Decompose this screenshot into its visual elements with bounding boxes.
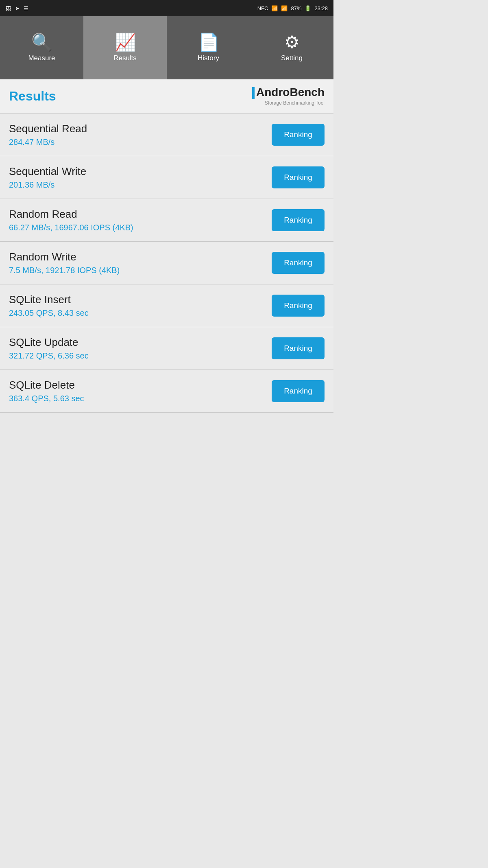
time-label: 23:28 — [314, 5, 328, 11]
status-right-info: NFC 📶 📶 87% 🔋 23:28 — [257, 5, 328, 11]
tab-setting[interactable]: ⚙ Setting — [250, 16, 333, 79]
result-name-rand-read: Random Read — [9, 208, 133, 221]
result-info-seq-read: Sequential Read 284.47 MB/s — [9, 122, 87, 147]
signal-icon: 📶 — [281, 5, 288, 11]
result-row-rand-write: Random Write 7.5 MB/s, 1921.78 IOPS (4KB… — [0, 242, 333, 284]
ranking-button-seq-read[interactable]: Ranking — [272, 124, 325, 146]
status-bar: 🖼 ➤ ☰ NFC 📶 📶 87% 🔋 23:28 — [0, 0, 333, 16]
result-value-sqlite-delete: 363.4 QPS, 5.63 sec — [9, 394, 84, 403]
menu-icon: ☰ — [24, 5, 28, 11]
ranking-button-sqlite-delete[interactable]: Ranking — [272, 380, 325, 402]
battery-icon: 🔋 — [305, 5, 311, 11]
tab-measure-label: Measure — [28, 54, 55, 62]
brand-name1: Andro — [256, 86, 290, 98]
setting-icon: ⚙ — [284, 34, 300, 51]
page-header: Results AndroBench Storage Benchmarking … — [0, 79, 333, 114]
result-name-sqlite-insert: SQLite Insert — [9, 293, 89, 306]
ranking-button-seq-write[interactable]: Ranking — [272, 166, 325, 188]
result-row-rand-read: Random Read 66.27 MB/s, 16967.06 IOPS (4… — [0, 199, 333, 242]
result-info-sqlite-insert: SQLite Insert 243.05 QPS, 8.43 sec — [9, 293, 89, 318]
tab-history-label: History — [198, 54, 219, 62]
wifi-icon: 📶 — [271, 5, 278, 11]
result-value-rand-write: 7.5 MB/s, 1921.78 IOPS (4KB) — [9, 266, 120, 275]
result-row-sqlite-insert: SQLite Insert 243.05 QPS, 8.43 sec Ranki… — [0, 284, 333, 327]
result-row-sqlite-update: SQLite Update 321.72 QPS, 6.36 sec Ranki… — [0, 327, 333, 370]
page-title: Results — [9, 89, 56, 104]
results-list: Sequential Read 284.47 MB/s Ranking Sequ… — [0, 114, 333, 413]
tab-setting-label: Setting — [281, 54, 303, 62]
result-row-seq-read: Sequential Read 284.47 MB/s Ranking — [0, 114, 333, 156]
measure-icon: 🔍 — [31, 34, 52, 51]
result-info-sqlite-delete: SQLite Delete 363.4 QPS, 5.63 sec — [9, 379, 84, 403]
result-name-rand-write: Random Write — [9, 251, 120, 263]
tab-bar: 🔍 Measure 📈 Results 📄 History ⚙ Setting — [0, 16, 333, 79]
results-icon: 📈 — [115, 34, 136, 51]
tab-history[interactable]: 📄 History — [167, 16, 250, 79]
result-name-seq-write: Sequential Write — [9, 165, 86, 178]
result-value-seq-write: 201.36 MB/s — [9, 180, 86, 190]
result-value-sqlite-update: 321.72 QPS, 6.36 sec — [9, 351, 89, 361]
photo-icon: 🖼 — [6, 5, 11, 11]
result-name-sqlite-update: SQLite Update — [9, 336, 89, 349]
history-icon: 📄 — [198, 34, 219, 51]
result-info-seq-write: Sequential Write 201.36 MB/s — [9, 165, 86, 190]
tab-results-label: Results — [113, 54, 137, 62]
result-info-rand-read: Random Read 66.27 MB/s, 16967.06 IOPS (4… — [9, 208, 133, 232]
ranking-button-rand-write[interactable]: Ranking — [272, 252, 325, 274]
result-info-sqlite-update: SQLite Update 321.72 QPS, 6.36 sec — [9, 336, 89, 361]
result-name-seq-read: Sequential Read — [9, 122, 87, 135]
tab-measure[interactable]: 🔍 Measure — [0, 16, 83, 79]
status-left-icons: 🖼 ➤ ☰ — [6, 5, 28, 11]
ranking-button-sqlite-insert[interactable]: Ranking — [272, 295, 325, 317]
result-value-seq-read: 284.47 MB/s — [9, 138, 87, 147]
ranking-button-sqlite-update[interactable]: Ranking — [272, 337, 325, 359]
ranking-button-rand-read[interactable]: Ranking — [272, 209, 325, 231]
brand-sub: Storage Benchmarking Tool — [265, 100, 325, 106]
result-row-sqlite-delete: SQLite Delete 363.4 QPS, 5.63 sec Rankin… — [0, 370, 333, 413]
nfc-label: NFC — [257, 5, 268, 11]
result-value-sqlite-insert: 243.05 QPS, 8.43 sec — [9, 308, 89, 318]
tab-results[interactable]: 📈 Results — [83, 16, 167, 79]
result-row-seq-write: Sequential Write 201.36 MB/s Ranking — [0, 156, 333, 199]
battery-label: 87% — [291, 5, 301, 11]
result-info-rand-write: Random Write 7.5 MB/s, 1921.78 IOPS (4KB… — [9, 251, 120, 275]
result-name-sqlite-delete: SQLite Delete — [9, 379, 84, 391]
brand-name2: Bench — [290, 86, 325, 98]
brand-logo: AndroBench Storage Benchmarking Tool — [252, 87, 325, 106]
brand-name: AndroBench — [252, 87, 325, 99]
result-value-rand-read: 66.27 MB/s, 16967.06 IOPS (4KB) — [9, 223, 133, 232]
brand-accent-bar — [252, 87, 255, 99]
arrow-icon: ➤ — [15, 5, 20, 11]
